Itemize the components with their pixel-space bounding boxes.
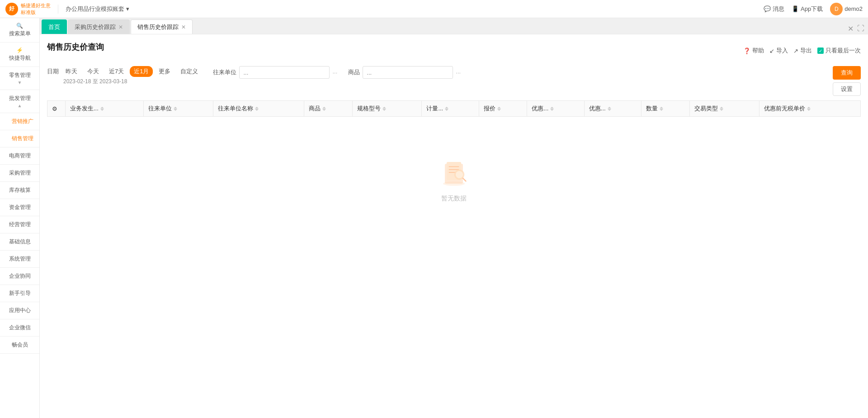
sidebar-item-new-guide[interactable]: 新手引导: [0, 285, 39, 302]
app-download-btn[interactable]: 📱 App下载: [792, 5, 823, 13]
header-right-actions: ❓ 帮助 ↙ 导入 ↗ 导出 ✓ 只看最后一次: [743, 47, 861, 55]
date-btn-yesterday[interactable]: 昨天: [61, 66, 81, 77]
import-icon: ↙: [769, 48, 774, 54]
sort-icon: [608, 107, 611, 111]
query-button[interactable]: 查询: [833, 66, 861, 80]
sidebar-item-app-center[interactable]: 应用中心: [0, 302, 39, 319]
help-btn[interactable]: ❓ 帮助: [743, 47, 764, 55]
sidebar-item-enterprise-collab[interactable]: 企业协同: [0, 268, 39, 285]
empty-illustration: [436, 153, 472, 189]
col-spec[interactable]: 规格型号: [352, 101, 422, 117]
page-title: 销售历史价查询: [47, 42, 104, 52]
export-btn[interactable]: ↗ 导出: [793, 47, 812, 55]
sidebar-item-finance-mgmt[interactable]: 资金管理: [0, 199, 39, 216]
close-window-icon[interactable]: ✕: [848, 24, 854, 33]
sort-icon: [100, 107, 104, 111]
table-head: ⚙ 业务发生... 往来单位: [47, 101, 861, 117]
goods-more-icon[interactable]: ···: [456, 69, 461, 76]
top-header: 好 畅捷通好生意 标准版 办公用品行业模拟账套 ▾ 💬 消息 📱 App下载 D…: [0, 0, 868, 18]
sort-icon: [174, 107, 177, 111]
avatar: D: [830, 3, 843, 15]
col-party-name[interactable]: 往来单位名称: [213, 101, 304, 117]
maximize-icon[interactable]: ⛶: [857, 24, 864, 33]
header-divider: [58, 5, 58, 14]
col-goods[interactable]: 商品: [304, 101, 352, 117]
table-header-row: ⚙ 业务发生... 往来单位: [47, 101, 861, 117]
date-options: 昨天 今天 近7天 近1月 更多 自定义: [61, 66, 202, 77]
download-icon: 📱: [792, 5, 799, 12]
date-btn-more[interactable]: 更多: [155, 66, 175, 77]
tab-close-sales[interactable]: ✕: [181, 24, 186, 30]
sidebar-item-quick-nav[interactable]: ⚡ 快捷导航: [0, 43, 39, 67]
svg-point-7: [456, 171, 463, 178]
sidebar-item-basic-info[interactable]: 基础信息: [0, 233, 39, 251]
col-discount1[interactable]: 优惠...: [527, 101, 584, 117]
sidebar: 🔍 搜索菜单 ⚡ 快捷导航 零售管理 ▼ 批发管理 ▲ 营销推广 销售管理 电商…: [0, 18, 40, 418]
settings-button[interactable]: 设置: [833, 82, 861, 96]
party-input[interactable]: [239, 66, 330, 79]
sort-icon: [720, 107, 723, 111]
party-more-icon[interactable]: ···: [332, 69, 337, 76]
empty-state: 暂无数据: [47, 117, 861, 239]
sidebar-item-wholesale-mgmt[interactable]: 批发管理 ▲: [0, 90, 39, 113]
content-area: 首页 采购历史价跟踪 ✕ 销售历史价跟踪 ✕ ✕ ⛶ 销售历史价查询: [40, 18, 868, 418]
goods-input[interactable]: [363, 66, 453, 79]
party-label: 往来单位: [213, 68, 236, 76]
chevron-up-icon: ▲: [18, 103, 22, 108]
sidebar-item-system-mgmt[interactable]: 系统管理: [0, 251, 39, 268]
goods-label: 商品: [348, 68, 360, 76]
export-icon: ↗: [793, 48, 798, 54]
col-qty[interactable]: 数量: [642, 101, 690, 117]
col-trade-type[interactable]: 交易类型: [689, 101, 759, 117]
col-unit[interactable]: 计量...: [422, 101, 479, 117]
col-pretax-price[interactable]: 优惠前无税单价: [759, 101, 860, 117]
header-left: 好 畅捷通好生意 标准版 办公用品行业模拟账套 ▾: [5, 2, 129, 15]
logo-icon: 好: [5, 3, 18, 15]
date-btn-today[interactable]: 今天: [83, 66, 103, 77]
message-btn[interactable]: 💬 消息: [764, 5, 784, 13]
tab-close-purchase[interactable]: ✕: [118, 24, 123, 30]
col-discount2[interactable]: 优惠...: [584, 101, 641, 117]
tab-bar: 首页 采购历史价跟踪 ✕ 销售历史价跟踪 ✕ ✕ ⛶: [40, 18, 868, 34]
svg-line-8: [463, 178, 466, 181]
col-quote[interactable]: 报价: [479, 101, 527, 117]
chevron-down-icon: ▼: [18, 80, 22, 85]
import-btn[interactable]: ↙ 导入: [769, 47, 788, 55]
page-content: 销售历史价查询 ❓ 帮助 ↙ 导入 ↗ 导出 ✓: [40, 34, 868, 418]
checkbox-icon: ✓: [817, 48, 824, 54]
col-party-code[interactable]: 往来单位: [144, 101, 213, 117]
date-btn-1month[interactable]: 近1月: [130, 66, 153, 77]
tab-purchase-history[interactable]: 采购历史价跟踪 ✕: [68, 19, 130, 34]
empty-text: 暂无数据: [441, 195, 467, 203]
sort-icon: [255, 107, 259, 111]
col-biz-date[interactable]: 业务发生...: [66, 101, 144, 117]
sidebar-item-retail-mgmt[interactable]: 零售管理 ▼: [0, 67, 39, 90]
sort-icon: [322, 107, 326, 111]
logo-text: 畅捷通好生意 标准版: [21, 2, 51, 15]
sidebar-item-marketing-promo[interactable]: 营销推广: [0, 113, 39, 130]
sort-icon: [382, 107, 386, 111]
only-last-once[interactable]: ✓ 只看最后一次: [817, 47, 861, 55]
sidebar-item-member-card[interactable]: 畅会员: [0, 337, 39, 354]
sidebar-item-enterprise-wechat[interactable]: 企业微信: [0, 319, 39, 337]
sidebar-item-ecommerce-mgmt[interactable]: 电商管理: [0, 147, 39, 165]
tab-bar-right: ✕ ⛶: [848, 24, 864, 33]
date-btn-7days[interactable]: 近7天: [105, 66, 128, 77]
sidebar-item-sales-mgmt[interactable]: 销售管理: [0, 130, 39, 147]
app-selector[interactable]: 办公用品行业模拟账套 ▾: [66, 5, 129, 13]
sidebar-item-inventory-check[interactable]: 库存核算: [0, 182, 39, 199]
sidebar-item-operation-mgmt[interactable]: 经营管理: [0, 216, 39, 233]
message-icon: 💬: [764, 5, 771, 12]
date-btn-custom[interactable]: 自定义: [176, 66, 202, 77]
tab-sales-history[interactable]: 销售历史价跟踪 ✕: [131, 19, 193, 34]
col-settings[interactable]: ⚙: [47, 101, 66, 117]
search-icon: 🔍: [16, 23, 23, 29]
date-range-display: 2023-02-18 至 2023-03-18: [63, 78, 127, 85]
data-table: ⚙ 业务发生... 往来单位: [47, 100, 861, 117]
tab-home[interactable]: 首页: [42, 19, 67, 34]
sidebar-item-search-menu[interactable]: 🔍 搜索菜单: [0, 18, 39, 43]
sort-icon: [445, 107, 448, 111]
sidebar-item-purchase-mgmt[interactable]: 采购管理: [0, 165, 39, 182]
user-menu-btn[interactable]: D demo2: [830, 3, 863, 15]
date-label: 日期: [47, 67, 59, 76]
